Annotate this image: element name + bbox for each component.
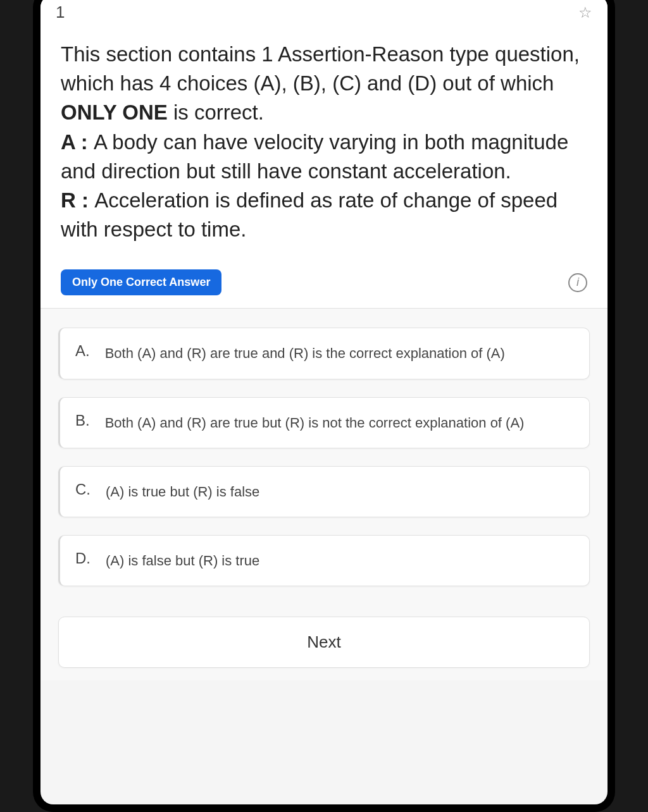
star-icon[interactable]: ☆ (578, 4, 592, 22)
option-c[interactable]: C. (A) is true but (R) is false (58, 466, 590, 517)
question-body: This section contains 1 Assertion-Reason… (40, 27, 608, 263)
badge-row: Only One Correct Answer i (40, 263, 608, 309)
option-b[interactable]: B. Both (A) and (R) are true but (R) is … (58, 397, 590, 448)
phone-frame: 1 ☆ This section contains 1 Assertion-Re… (33, 0, 615, 812)
option-a[interactable]: A. Both (A) and (R) are true and (R) is … (58, 328, 590, 379)
next-button-container: Next (40, 617, 608, 680)
assertion-label: A : (61, 130, 94, 154)
question-intro: This section contains 1 Assertion-Reason… (61, 42, 580, 95)
question-text: This section contains 1 Assertion-Reason… (61, 40, 587, 244)
info-icon[interactable]: i (568, 273, 587, 292)
is-correct-text: is correct. (168, 101, 264, 124)
option-text-c: (A) is true but (R) is false (106, 481, 259, 503)
next-button[interactable]: Next (58, 617, 590, 668)
option-label-b: B. (75, 412, 90, 429)
option-text-d: (A) is false but (R) is true (106, 550, 259, 572)
header-bar: 1 ☆ (40, 0, 608, 27)
question-number: 1 (56, 3, 65, 22)
reason-text: Acceleration is defined as rate of chang… (61, 188, 558, 241)
reason-label: R : (61, 188, 94, 212)
option-label-d: D. (75, 550, 90, 567)
option-d[interactable]: D. (A) is false but (R) is true (58, 535, 590, 586)
option-label-a: A. (75, 342, 90, 360)
option-label-c: C. (75, 481, 90, 498)
only-one-bold: ONLY ONE (61, 101, 168, 124)
option-text-b: Both (A) and (R) are true but (R) is not… (105, 412, 525, 434)
answer-type-badge: Only One Correct Answer (61, 269, 221, 295)
assertion-text: A body can have velocity varying in both… (61, 130, 568, 183)
options-container: A. Both (A) and (R) are true and (R) is … (40, 309, 608, 617)
option-text-a: Both (A) and (R) are true and (R) is the… (105, 342, 505, 364)
app-screen: 1 ☆ This section contains 1 Assertion-Re… (40, 0, 608, 804)
